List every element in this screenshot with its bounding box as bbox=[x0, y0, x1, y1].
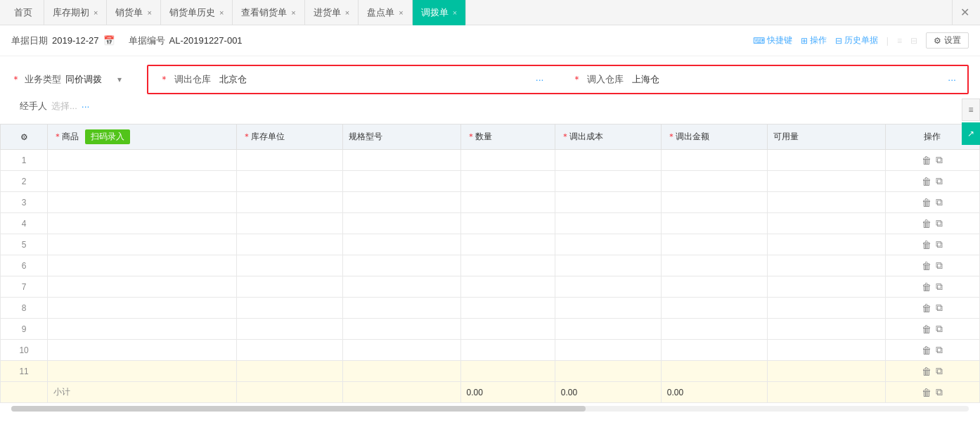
tab-home[interactable]: 首页 bbox=[3, 0, 44, 25]
row-qty[interactable] bbox=[460, 298, 555, 319]
row-amount[interactable] bbox=[661, 298, 767, 319]
delete-icon[interactable]: 🗑 bbox=[922, 324, 931, 335]
row-spec[interactable] bbox=[342, 234, 460, 255]
copy-icon[interactable]: ⧉ bbox=[936, 302, 943, 314]
tab-transfer[interactable]: 调拨单× bbox=[413, 0, 466, 25]
tab-stock-init[interactable]: 库存期初× bbox=[44, 0, 107, 25]
row-cost[interactable] bbox=[555, 340, 661, 361]
row-spec[interactable] bbox=[342, 276, 460, 298]
row-qty[interactable] bbox=[460, 361, 555, 382]
delete-icon[interactable]: 🗑 bbox=[922, 345, 931, 356]
row-qty[interactable] bbox=[460, 319, 555, 340]
tab-purchase-close[interactable]: × bbox=[345, 8, 349, 17]
row-cost[interactable] bbox=[555, 213, 661, 234]
row-unit[interactable] bbox=[236, 298, 342, 319]
row-cost[interactable] bbox=[555, 319, 661, 340]
row-spec[interactable] bbox=[342, 361, 460, 382]
row-amount[interactable] bbox=[661, 234, 767, 255]
copy-icon[interactable]: ⧉ bbox=[936, 323, 943, 335]
row-product[interactable] bbox=[48, 276, 237, 298]
delete-icon[interactable]: 🗑 bbox=[922, 302, 931, 314]
tab-view-sales[interactable]: 查看销货单× bbox=[233, 0, 304, 25]
row-qty[interactable] bbox=[460, 192, 555, 213]
row-product[interactable] bbox=[48, 255, 237, 276]
setting-button[interactable]: ⚙ 设置 bbox=[926, 32, 969, 49]
row-spec[interactable] bbox=[342, 192, 460, 213]
copy-icon[interactable]: ⧉ bbox=[936, 344, 943, 356]
row-unit[interactable] bbox=[236, 213, 342, 234]
row-spec[interactable] bbox=[342, 171, 460, 192]
row-cost[interactable] bbox=[555, 276, 661, 298]
delete-icon[interactable]: 🗑 bbox=[922, 197, 931, 208]
row-qty[interactable] bbox=[460, 213, 555, 234]
row-cost[interactable] bbox=[555, 192, 661, 213]
copy-icon[interactable]: ⧉ bbox=[936, 365, 943, 377]
delete-icon[interactable]: 🗑 bbox=[922, 281, 931, 293]
copy-icon[interactable]: ⧉ bbox=[936, 260, 943, 272]
calendar-icon[interactable]: 📅 bbox=[103, 35, 115, 46]
row-qty[interactable] bbox=[460, 340, 555, 361]
business-type-select[interactable]: 同价调拨 ▾ bbox=[65, 73, 122, 86]
row-unit[interactable] bbox=[236, 361, 342, 382]
tab-inventory-close[interactable]: × bbox=[399, 8, 403, 17]
row-product[interactable] bbox=[48, 319, 237, 340]
subtotal-copy-icon[interactable]: ⧉ bbox=[936, 386, 943, 398]
row-unit[interactable] bbox=[236, 171, 342, 192]
copy-icon[interactable]: ⧉ bbox=[936, 196, 943, 208]
row-spec[interactable] bbox=[342, 213, 460, 234]
shortcut-button[interactable]: ⌨ 快捷键 bbox=[753, 34, 792, 46]
row-spec[interactable] bbox=[342, 150, 460, 171]
row-spec[interactable] bbox=[342, 298, 460, 319]
row-spec[interactable] bbox=[342, 340, 460, 361]
row-product[interactable] bbox=[48, 234, 237, 255]
tab-sales-order[interactable]: 销货单× bbox=[107, 0, 160, 25]
main-close-button[interactable]: ✕ bbox=[952, 0, 977, 25]
row-unit[interactable] bbox=[236, 150, 342, 171]
delete-icon[interactable]: 🗑 bbox=[922, 366, 931, 377]
row-qty[interactable] bbox=[460, 150, 555, 171]
delete-icon[interactable]: 🗑 bbox=[922, 176, 931, 187]
row-qty[interactable] bbox=[460, 171, 555, 192]
tab-sales-order-close[interactable]: × bbox=[147, 8, 151, 17]
tab-sales-history-close[interactable]: × bbox=[219, 8, 224, 17]
delete-icon[interactable]: 🗑 bbox=[922, 155, 931, 166]
operator-select[interactable]: 选择... bbox=[51, 100, 77, 113]
copy-icon[interactable]: ⧉ bbox=[936, 154, 943, 166]
tab-transfer-close[interactable]: × bbox=[453, 8, 457, 17]
scan-button[interactable]: 扫码录入 bbox=[85, 129, 130, 144]
row-unit[interactable] bbox=[236, 340, 342, 361]
row-spec[interactable] bbox=[342, 319, 460, 340]
row-cost[interactable] bbox=[555, 171, 661, 192]
warehouse-in-ellipsis[interactable]: ··· bbox=[948, 74, 956, 85]
row-product[interactable] bbox=[48, 298, 237, 319]
row-product[interactable] bbox=[48, 150, 237, 171]
row-amount[interactable] bbox=[661, 319, 767, 340]
row-amount[interactable] bbox=[661, 276, 767, 298]
row-unit[interactable] bbox=[236, 276, 342, 298]
row-qty[interactable] bbox=[460, 255, 555, 276]
copy-icon[interactable]: ⧉ bbox=[936, 281, 943, 293]
row-cost[interactable] bbox=[555, 361, 661, 382]
operator-ellipsis[interactable]: ··· bbox=[82, 101, 90, 112]
row-amount[interactable] bbox=[661, 361, 767, 382]
row-product[interactable] bbox=[48, 171, 237, 192]
copy-icon[interactable]: ⧉ bbox=[936, 238, 943, 250]
history-button[interactable]: ⊟ 历史单据 bbox=[835, 34, 878, 46]
row-spec[interactable] bbox=[342, 255, 460, 276]
row-unit[interactable] bbox=[236, 192, 342, 213]
row-qty[interactable] bbox=[460, 234, 555, 255]
tab-stock-init-close[interactable]: × bbox=[94, 8, 98, 17]
row-cost[interactable] bbox=[555, 255, 661, 276]
row-unit[interactable] bbox=[236, 255, 342, 276]
row-cost[interactable] bbox=[555, 150, 661, 171]
copy-icon[interactable]: ⧉ bbox=[936, 217, 943, 229]
right-panel-export-btn[interactable]: ↗ bbox=[962, 122, 980, 145]
operation-button[interactable]: ⊞ 操作 bbox=[801, 34, 827, 46]
table-scrollbar[interactable] bbox=[11, 406, 969, 412]
row-cost[interactable] bbox=[555, 298, 661, 319]
row-qty[interactable] bbox=[460, 276, 555, 298]
row-amount[interactable] bbox=[661, 213, 767, 234]
row-amount[interactable] bbox=[661, 171, 767, 192]
right-panel-doc-btn[interactable]: ≡ bbox=[962, 98, 980, 121]
row-product[interactable] bbox=[48, 213, 237, 234]
